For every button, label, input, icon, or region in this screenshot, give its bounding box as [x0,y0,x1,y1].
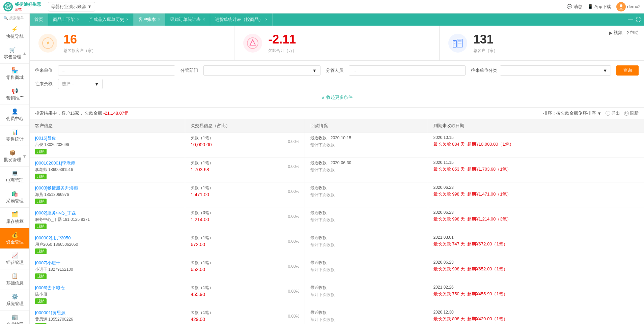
debt-left-0: 欠款（1笔） 10,000.00 [191,135,288,147]
overdue-detail-0[interactable]: 最长欠款 884 天 超期¥10,000.00（1笔） [433,141,639,147]
table-row: [0006]去下粮仓 陈小册 现销 欠款（1笔） 455.90 0.00% 最近… [30,282,644,307]
tab-customer-account[interactable]: 客户账本 × [134,13,165,26]
filter-row-2: 往来余额 选择... ▼ [35,79,639,89]
tab-maximize-icon[interactable]: ⛶ [636,17,641,22]
sidebar-item-marketing[interactable]: 📢 营销推广 [0,84,29,105]
sidebar-item-retail-stats[interactable]: 📊 零售统计 [0,125,29,146]
stat-debt-customers: ¥ 16 总欠款客户（家） [30,26,234,60]
sidebar-item-retail-mgmt[interactable]: 🛒 零售管理 ▲ [0,43,29,64]
tab-prod-history-close[interactable]: × [126,17,129,22]
customer-name-3[interactable]: [0002]服务中心_丁磊 [35,210,179,216]
overdue-amount-5[interactable]: 超期¥652.00（1笔） [467,266,507,271]
sort-selector[interactable]: 排序：按欠款金额倒序排序 ▼ [543,110,601,116]
stat-total-customers-number: 131 [473,32,498,47]
company-selector[interactable]: 母婴行业演示账套 ▼ [48,2,95,11]
tab-minimize-icon[interactable]: — [628,17,633,23]
company-name: 母婴行业演示账套 [51,4,86,10]
tab-purchase-stats-close[interactable]: × [203,17,205,22]
debt-amount-4: 672.00 [191,242,288,247]
svg-text:¥: ¥ [46,40,49,46]
stat-total-customers-info: 131 总客户（家） [473,32,498,54]
refresh-icon: ↻ [624,111,629,116]
overdue-detail-7[interactable]: 最长欠款 808 天 超期¥429.00（1笔） [433,316,639,322]
sidebar-item-system[interactable]: ⚙️ 系统管理 [0,290,29,311]
dept-select[interactable]: ▼ [203,65,320,76]
customer-name-1[interactable]: [0001020001]李老师 [35,160,179,166]
tab-products-close[interactable]: × [77,17,79,22]
overdue-amount-1[interactable]: 超期¥1,703.68（1笔） [467,167,511,172]
results-bar: 搜索结果中，客户16家， 欠款金额 -21,148.07元 排序：按欠款金额倒序… [30,108,644,119]
sort-dropdown-icon: ▼ [597,111,601,116]
overdue-detail-6[interactable]: 最长欠款 750 天 超期¥455.90（1笔） [433,291,639,297]
person-label: 分管人员 [326,67,346,73]
collapse-area: ∧ 收起更多条件 [35,92,639,102]
retail-mall-icon: 🏪 [3,67,27,73]
tab-prod-history[interactable]: 产成品入库单历史 × [84,13,134,26]
overdue-detail-2[interactable]: 最长欠款 998 天 超期¥1,471.00（1笔） [433,191,639,197]
message-btn[interactable]: 💬 消息 [567,4,582,10]
collapse-btn[interactable]: ∧ 收起更多条件 [319,92,355,102]
search-btn[interactable]: 查询 [616,65,639,76]
sidebar-item-member[interactable]: 👤 会员中心 [0,105,29,125]
overdue-amount-6[interactable]: 超期¥455.90（1笔） [467,291,507,296]
mobile-icon: 📱 [588,4,593,9]
app-download-btn[interactable]: 📱 App下载 [588,4,611,10]
overdue-amount-7[interactable]: 超期¥429.00（1笔） [467,316,507,321]
overdue-amount-3[interactable]: 超期¥1,214.00（3笔） [467,216,511,222]
overdue-amount-2[interactable]: 超期¥1,471.00（1笔） [467,192,511,197]
video-btn[interactable]: ▶ 视频 [609,30,622,36]
tab-home[interactable]: 首页 [30,13,48,26]
td-debt-1: 欠款（1笔） 1,703.68 0.00% [185,157,305,182]
table-row: [0007]小进干 小进干 18279152100 现销 欠款（1笔） 652.… [30,257,644,282]
sidebar-item-batch-mgmt[interactable]: 📦 批发管理 ▼ [0,146,29,167]
debt-amount-7: 429.00 [191,317,288,322]
debt-amount-0: 10,000.00 [191,142,288,147]
person-dots: ··· [353,68,356,73]
debt-cell-2: 欠款（1笔） 1,471.00 0.00% [191,185,299,197]
stat-total-customers: ▶ 视频 ? 帮助 [440,26,644,60]
refresh-btn[interactable]: ↻ 刷新 [624,110,639,116]
sidebar-item-enterprise[interactable]: 🏢 企业协同 [0,311,29,324]
next-collection-5: 预计下次收款 [310,267,422,273]
collection-info-4: 最近收款 [310,235,422,241]
overdue-detail-5[interactable]: 最长欠款 998 天 超期¥652.00（1笔） [433,266,639,272]
sidebar-item-retail-mall[interactable]: 🏪 零售商城 [0,64,29,84]
customer-name-6[interactable]: [0006]去下粮仓 [35,285,179,291]
user-profile[interactable]: demo2 [616,2,641,11]
sidebar-item-finance[interactable]: 💰 资金管理 [0,228,29,249]
from-unit-input[interactable]: ··· [58,65,175,76]
overdue-detail-3[interactable]: 最长欠款 998 天 超期¥1,214.00（3笔） [433,216,639,222]
sidebar-item-purchase[interactable]: 🛍️ 采购管理 [0,187,29,208]
tab-purchase-stats[interactable]: 采购订单统计表 × [165,13,210,26]
export-btn[interactable]: ↓ 导出 [606,110,620,116]
sidebar-search-menu[interactable]: 🔍 搜索菜单 [0,13,29,23]
sidebar-item-operations[interactable]: 📈 经营管理 [0,249,29,269]
sidebar-item-inventory[interactable]: 🗂️ 库存核算 [0,208,29,228]
sidebar-item-basic-info[interactable]: 📋 基础信息 [0,269,29,290]
balance-select[interactable]: 选择... ▼ [58,79,103,89]
tab-inventory-stats-close[interactable]: × [265,17,268,22]
overdue-amount-4[interactable]: 超期¥672.00（1笔） [467,241,507,246]
last-collection-label-5: 最近收款 [310,260,327,265]
person-input[interactable]: ··· [349,65,466,76]
customer-name-7[interactable]: [000001]黄思源 [35,310,179,316]
customer-name-0[interactable]: [0016]吕俊 [35,135,179,141]
tab-inventory-stats[interactable]: 进货单统计表（按商品） × [210,13,273,26]
td-collection-5: 最近收款 预计下次收款 [305,257,428,282]
overdue-detail-1[interactable]: 最长欠款 853 天 超期¥1,703.68（1笔） [433,166,639,172]
help-btn[interactable]: ? 帮助 [626,30,639,36]
tab-customer-account-close[interactable]: × [158,17,160,22]
customer-name-5[interactable]: [0007]小进干 [35,260,179,266]
tab-products[interactable]: 商品上下架 × [48,13,84,26]
overdue-amount-0[interactable]: 超期¥10,000.00（1笔） [467,142,513,147]
overdue-detail-4[interactable]: 最长欠款 747 天 超期¥672.00（1笔） [433,241,639,247]
stat-total-customers-label: 总客户（家） [473,48,498,54]
customer-name-2[interactable]: [0003]畅捷服务尹海燕 [35,185,179,191]
unit-category-select[interactable]: ▼ [500,65,611,76]
sidebar-item-ecommerce[interactable]: 💻 电商管理 [0,167,29,187]
customer-name-4[interactable]: [000002]用户2050 [35,235,179,241]
dept-dropdown-icon: ▼ [312,68,317,73]
sidebar-item-quick-nav[interactable]: ⚡ 快捷导航 [0,23,29,43]
last-collection-label-2: 最近收款 [310,185,327,190]
th-collection: 回款情况 [305,119,428,132]
